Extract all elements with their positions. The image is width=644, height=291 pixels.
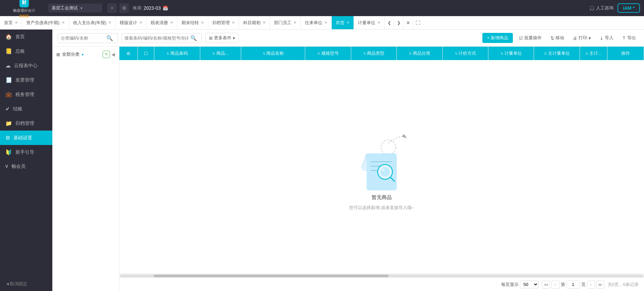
category-search-icon[interactable]: 🔍 bbox=[106, 35, 113, 41]
col-category-header[interactable]: ⇅ 商品分类 bbox=[397, 47, 442, 60]
horizontal-scrollbar[interactable] bbox=[119, 274, 644, 278]
header-right: 🎧 人工咨询 iAM * bbox=[589, 3, 640, 13]
next-page-button[interactable]: › bbox=[587, 281, 595, 289]
batch-icon: ☑ bbox=[519, 36, 523, 41]
filter-button[interactable]: ⊞ 更多条件 ▾ bbox=[205, 33, 239, 43]
sidebar-item-member[interactable]: V 畅会员 bbox=[0, 159, 52, 174]
sidebar-item-cloud-report[interactable]: ☁ 云报表中心 bbox=[0, 58, 52, 73]
category-collapse-button[interactable]: ◀ bbox=[111, 52, 115, 57]
tab-balance-sheet[interactable]: 资产负债表(中期) ✕ bbox=[22, 16, 69, 30]
settings-button[interactable]: ⚙ bbox=[119, 3, 129, 13]
tab-dept-employee[interactable]: 部门员工 ✕ bbox=[270, 16, 301, 30]
tab-archive-management-label: 归档管理 bbox=[212, 20, 230, 26]
col-code-header[interactable]: ⇅ 商品... bbox=[200, 47, 241, 60]
tab-balance-sheet-close-icon[interactable]: ✕ bbox=[62, 21, 65, 25]
batch-operation-button[interactable]: ☑ 批量操作 bbox=[516, 34, 544, 42]
sidebar-item-home[interactable]: 🏠 首页 bbox=[0, 30, 52, 44]
category-panel: ⊞ 全部分类 ● ✎ ◀ bbox=[52, 47, 119, 291]
move-button[interactable]: ⇅ 移动 bbox=[548, 34, 567, 42]
sidebar-item-archive[interactable]: 📁 归档管理 bbox=[0, 116, 52, 131]
tab-tax-form-close-icon[interactable]: ✕ bbox=[170, 21, 173, 25]
tab-inventory[interactable]: 存货 ✕ bbox=[332, 16, 354, 30]
print-button[interactable]: 🖨 打印 ▾ bbox=[570, 34, 594, 42]
category-search-input[interactable] bbox=[61, 36, 104, 41]
tab-contacts-close-icon[interactable]: ✕ bbox=[324, 21, 327, 25]
first-page-button[interactable]: ⏮ bbox=[542, 281, 550, 289]
category-search-box[interactable]: 🔍 bbox=[58, 33, 118, 43]
col-barcode-header[interactable]: ⇅ 商品条码 bbox=[154, 47, 200, 60]
sidebar-item-ledger[interactable]: 📒 总账 bbox=[0, 44, 52, 58]
tab-home-label: 首页 bbox=[4, 20, 13, 26]
tab-archive-management[interactable]: 归档管理 ✕ bbox=[208, 16, 239, 30]
tab-dept-employee-close-icon[interactable]: ✕ bbox=[293, 21, 297, 25]
tab-next-button[interactable]: ❯ bbox=[394, 16, 404, 30]
per-page-select[interactable]: 50 100 200 bbox=[520, 281, 539, 288]
col-unit-header[interactable]: ⇅ 计量单位 bbox=[488, 47, 534, 60]
col-checkbox[interactable]: ☐ bbox=[138, 47, 154, 60]
tab-archive-management-close-icon[interactable]: ✕ bbox=[232, 21, 235, 25]
period-value: 2023-03 bbox=[144, 5, 161, 11]
scrollbar-track[interactable] bbox=[120, 275, 643, 277]
tab-expand-button[interactable]: ⛶ bbox=[413, 16, 422, 30]
sidebar-item-closing[interactable]: ✔ 结账 bbox=[0, 102, 52, 116]
main-search-input[interactable] bbox=[124, 36, 188, 41]
tab-unit-label: 计量单位 bbox=[358, 20, 375, 26]
tab-period-transfer-close-icon[interactable]: ✕ bbox=[201, 21, 204, 25]
tab-unit-close-icon[interactable]: ✕ bbox=[377, 21, 380, 25]
main-search-box[interactable]: 🔍 bbox=[121, 33, 202, 43]
main-search-icon[interactable]: 🔍 bbox=[190, 35, 197, 41]
col-type-header[interactable]: ⇅ 商品类型 bbox=[351, 47, 396, 60]
logo-icon: 财 bbox=[19, 0, 29, 7]
name-sort-icon: ⇅ bbox=[263, 52, 265, 55]
tab-unit[interactable]: 计量单位 ✕ bbox=[354, 16, 385, 30]
add-product-button[interactable]: + 新增商品 bbox=[482, 33, 513, 43]
tab-template-design[interactable]: 模版设计 ✕ bbox=[116, 16, 147, 30]
tab-home[interactable]: 首页 ✕ bbox=[0, 16, 22, 30]
tab-inventory-close-icon[interactable]: ✕ bbox=[346, 21, 350, 25]
page-number-input[interactable] bbox=[567, 281, 580, 289]
page-size-selector[interactable]: 每页显示 50 100 200 bbox=[501, 281, 539, 288]
col-settings[interactable]: ⚙ bbox=[119, 47, 138, 60]
workspace-selector[interactable]: 基层工会测试 ▼ bbox=[48, 4, 102, 12]
last-page-button[interactable]: ⏭ bbox=[596, 281, 604, 289]
col-price-method-header[interactable]: ⇅ 计价方式 bbox=[442, 47, 488, 60]
customer-service-button[interactable]: 🎧 人工咨询 bbox=[589, 5, 613, 11]
sidebar-item-guide[interactable]: 🔰 新手引导 bbox=[0, 145, 52, 159]
calendar-icon[interactable]: 📅 bbox=[163, 6, 168, 11]
scrollbar-thumb[interactable] bbox=[154, 275, 388, 277]
tab-subject-init-label: 科目期初 bbox=[243, 20, 261, 26]
tab-income-statement[interactable]: 收入支出表(年报) ✕ bbox=[69, 16, 116, 30]
col-spec-header[interactable]: ⇅ 规格型号 bbox=[305, 47, 351, 60]
app-name: 畅捷通好会计 bbox=[13, 8, 35, 13]
filter-dropdown-icon: ▾ bbox=[233, 36, 235, 41]
sidebar-item-invoice[interactable]: 🧾 发票管理 bbox=[0, 73, 52, 87]
add-workspace-button[interactable]: ＋ bbox=[107, 3, 117, 13]
sidebar-item-basic-settings[interactable]: ⚙ 基础设置 bbox=[0, 131, 52, 145]
tab-period-transfer[interactable]: 期末结转 ✕ bbox=[177, 16, 208, 30]
tab-subject-init-close-icon[interactable]: ✕ bbox=[263, 21, 266, 25]
archive-icon: 📁 bbox=[5, 120, 12, 127]
prev-page-button[interactable]: ‹ bbox=[551, 281, 559, 289]
tab-tax-form[interactable]: 税表清册 ✕ bbox=[147, 16, 177, 30]
iam-badge[interactable]: iAM * bbox=[618, 3, 640, 13]
export-button[interactable]: ⤒ 导出 bbox=[620, 34, 639, 42]
tab-dept-employee-label: 部门员工 bbox=[274, 20, 291, 26]
sidebar-collapse-label: ◄取消固定 bbox=[5, 281, 27, 287]
tab-template-design-close-icon[interactable]: ✕ bbox=[139, 21, 142, 25]
tab-close-all-button[interactable]: ✕ bbox=[404, 16, 413, 30]
tab-subject-init[interactable]: 科目期初 ✕ bbox=[239, 16, 270, 30]
pagination-bar: 每页显示 50 100 200 ⏮ ‹ 第 页 › bbox=[119, 278, 644, 291]
col-extra-header[interactable]: ⇅ 主计... bbox=[580, 47, 607, 60]
tab-home-close-icon[interactable]: ✕ bbox=[15, 21, 18, 25]
tab-prev-button[interactable]: ❮ bbox=[385, 16, 394, 30]
sidebar-item-tax[interactable]: 💼 税务管理 bbox=[0, 87, 52, 102]
sidebar-collapse-button[interactable]: ◄取消固定 bbox=[0, 277, 52, 291]
category-edit-button[interactable]: ✎ bbox=[103, 51, 110, 58]
tab-template-design-label: 模版设计 bbox=[120, 20, 137, 26]
import-button[interactable]: ⤓ 导入 bbox=[597, 34, 616, 42]
col-name-header[interactable]: ⇅ 商品名称 bbox=[241, 47, 305, 60]
col-main-unit-header[interactable]: ⇅ 主计量单位 bbox=[534, 47, 580, 60]
tab-income-statement-close-icon[interactable]: ✕ bbox=[108, 21, 111, 25]
tab-contacts[interactable]: 往来单位 ✕ bbox=[301, 16, 332, 30]
filter-icon: ⊞ bbox=[209, 36, 213, 41]
